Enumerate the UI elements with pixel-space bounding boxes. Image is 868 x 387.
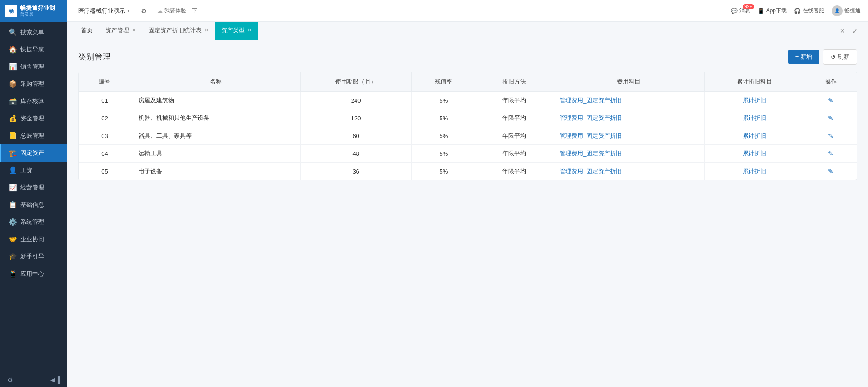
close-tab-button[interactable]: ✕ [837, 25, 848, 36]
refresh-button[interactable]: ↺ 刷新 [823, 49, 857, 64]
tab-asset-type[interactable]: 资产类型 ✕ [215, 22, 258, 40]
sidebar-label-salary: 工资 [20, 166, 32, 174]
sidebar-label-fixed: 固定资产 [20, 149, 44, 157]
edit-icon-2[interactable]: ✎ [828, 132, 833, 139]
cell-residual-2: 5% [412, 127, 476, 145]
sidebar-icon-system: ⚙️ [9, 218, 17, 226]
sidebar-item-guide[interactable]: 🎓新手引导 [0, 248, 67, 265]
sidebar-item-quicknav[interactable]: 🏠快捷导航 [0, 41, 67, 58]
col-name: 名称 [131, 72, 300, 92]
cell-name-3: 运输工具 [131, 145, 300, 163]
user-name-label: 畅捷通 [844, 7, 861, 15]
tab-depreciation-table[interactable]: 固定资产折旧统计表 ✕ [142, 22, 215, 40]
customer-service-label: 在线客服 [803, 7, 824, 15]
cell-name-0: 房屋及建筑物 [131, 92, 300, 109]
collapse-icon[interactable]: ◀▐ [50, 376, 60, 383]
category-table-container: 编号 名称 使用期限（月） 残值率 折旧方法 费用科目 累计折旧科目 操作 01… [78, 72, 857, 180]
edit-icon-3[interactable]: ✎ [828, 150, 833, 157]
message-icon: 💬 [731, 8, 738, 14]
cell-action-3[interactable]: ✎ [804, 145, 857, 163]
settings-icon[interactable]: ⚙ [7, 376, 13, 383]
edit-icon-1[interactable]: ✎ [828, 114, 833, 122]
cell-months-1: 120 [300, 109, 412, 127]
sidebar-item-basic[interactable]: 📋基础信息 [0, 196, 67, 213]
sidebar-label-apps: 应用中心 [20, 270, 44, 278]
sidebar-icon-basic: 📋 [9, 201, 17, 209]
sidebar-item-partner[interactable]: 🤝企业协同 [0, 231, 67, 248]
message-button[interactable]: 💬 消息 99+ [731, 7, 750, 15]
module-settings-button[interactable]: ⚙ [137, 5, 150, 17]
cell-months-4: 36 [300, 163, 412, 180]
sidebar-nav: 🔍搜索菜单🏠快捷导航📊销售管理📦采购管理🗃️库存核算💰资金管理📒总账管理🏗️固定… [0, 22, 67, 372]
logo-icon: 畅 [5, 5, 17, 17]
edit-icon-0[interactable]: ✎ [828, 97, 833, 104]
new-button[interactable]: + 新增 [788, 50, 819, 64]
logo-sub: 普及版 [20, 12, 55, 17]
cell-action-1[interactable]: ✎ [804, 109, 857, 127]
cell-accumulated-2: 累计折旧 [705, 127, 804, 145]
cell-code-3: 04 [79, 145, 131, 163]
tab-asset-management-close[interactable]: ✕ [132, 28, 136, 33]
tab-asset-management[interactable]: 资产管理 ✕ [99, 22, 142, 40]
col-method: 折旧方法 [476, 72, 552, 92]
headset-icon: 🎧 [794, 8, 801, 14]
table-row: 04 运输工具 48 5% 年限平均 管理费用_固定资产折旧 累计折旧 ✎ [79, 145, 857, 163]
sidebar-icon-quicknav: 🏠 [9, 45, 17, 54]
cell-expense-1: 管理费用_固定资产折旧 [552, 109, 705, 127]
sidebar-item-system[interactable]: ⚙️系统管理 [0, 213, 67, 231]
cell-action-4[interactable]: ✎ [804, 163, 857, 180]
sidebar-item-search[interactable]: 🔍搜索菜单 [0, 24, 67, 41]
table-header-row: 编号 名称 使用期限（月） 残值率 折旧方法 费用科目 累计折旧科目 操作 [79, 72, 857, 92]
experience-button[interactable]: ☁ 我要体验一下 [154, 5, 201, 16]
sidebar-icon-search: 🔍 [9, 28, 17, 36]
message-badge: 99+ [743, 4, 754, 9]
sidebar-item-capital[interactable]: 💰资金管理 [0, 110, 67, 127]
tab-asset-type-close[interactable]: ✕ [248, 28, 252, 33]
app-download-label: App下载 [766, 7, 787, 15]
col-residual: 残值率 [412, 72, 476, 92]
content-area: 类别管理 + 新增 ↺ 刷新 编号 名称 使用期限（月） 残值率 折旧方法 [67, 40, 868, 387]
sidebar-item-apps[interactable]: 📱应用中心 [0, 265, 67, 283]
cell-accumulated-1: 累计折旧 [705, 109, 804, 127]
sidebar-item-fixed[interactable]: 🏗️固定资产 [0, 144, 67, 162]
cell-action-2[interactable]: ✎ [804, 127, 857, 145]
tab-depreciation-close[interactable]: ✕ [204, 28, 208, 33]
cell-method-1: 年限平均 [476, 109, 552, 127]
cell-months-3: 48 [300, 145, 412, 163]
sidebar-icon-ops: 📈 [9, 184, 17, 192]
sidebar-label-system: 系统管理 [20, 218, 44, 226]
sidebar-label-capital: 资金管理 [20, 114, 44, 123]
sidebar-item-salary[interactable]: 👤工资 [0, 162, 67, 179]
user-menu-button[interactable]: 👤 畅捷通 [832, 5, 861, 16]
cloud-icon: ☁ [157, 8, 163, 14]
sidebar-item-inventory[interactable]: 🗃️库存核算 [0, 93, 67, 110]
sidebar-item-ops[interactable]: 📈经营管理 [0, 179, 67, 196]
cell-action-0[interactable]: ✎ [804, 92, 857, 109]
col-expense: 费用科目 [552, 72, 705, 92]
tab-asset-management-label: 资产管理 [105, 26, 129, 35]
app-download-button[interactable]: 📱 App下载 [758, 7, 787, 15]
cell-residual-0: 5% [412, 92, 476, 109]
module-selector[interactable]: 医疗器械行业演示 ▾ [74, 5, 134, 17]
tab-asset-type-label: 资产类型 [221, 26, 245, 35]
module-name: 医疗器械行业演示 [78, 7, 125, 15]
sidebar-item-sales[interactable]: 📊销售管理 [0, 58, 67, 75]
maximize-tab-button[interactable]: ⤢ [850, 25, 861, 36]
cell-residual-3: 5% [412, 145, 476, 163]
phone-icon: 📱 [758, 8, 764, 14]
chevron-down-icon: ▾ [127, 8, 130, 14]
sidebar-icon-salary: 👤 [9, 166, 17, 174]
cell-months-2: 60 [300, 127, 412, 145]
customer-service-button[interactable]: 🎧 在线客服 [794, 7, 824, 15]
edit-icon-4[interactable]: ✎ [828, 168, 833, 175]
sidebar-item-purchase[interactable]: 📦采购管理 [0, 75, 67, 93]
main-area: 医疗器械行业演示 ▾ ⚙ ☁ 我要体验一下 💬 消息 99+ 📱 App下载 🎧… [67, 0, 868, 387]
experience-label: 我要体验一下 [164, 7, 197, 15]
header-actions: + 新增 ↺ 刷新 [788, 49, 857, 64]
tab-home[interactable]: 首页 [74, 22, 99, 40]
tab-depreciation-table-label: 固定资产折旧统计表 [149, 26, 202, 35]
cell-residual-1: 5% [412, 109, 476, 127]
sidebar-item-ledger[interactable]: 📒总账管理 [0, 127, 67, 144]
sidebar-label-partner: 企业协同 [20, 235, 44, 243]
page-header: 类别管理 + 新增 ↺ 刷新 [78, 49, 857, 64]
